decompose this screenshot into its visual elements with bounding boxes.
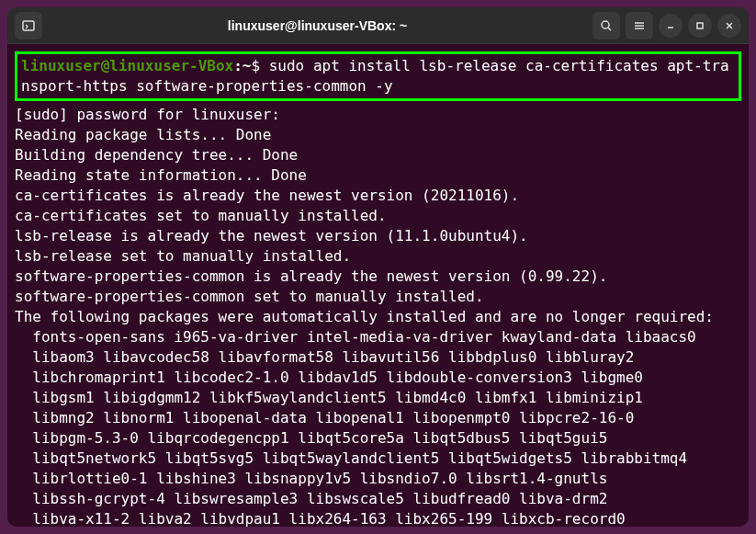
window-title: linuxuser@linuxuser-VBox: ~ — [48, 18, 587, 33]
titlebar: linuxuser@linuxuser-VBox: ~ — [7, 7, 749, 44]
output-line: Reading state information... Done — [15, 165, 741, 186]
new-tab-button[interactable] — [15, 12, 42, 40]
output-line: Building dependency tree... Done — [15, 145, 741, 165]
hamburger-icon — [633, 19, 646, 32]
output-lines: [sudo] password for linuxuser:Reading pa… — [15, 105, 741, 327]
package-line: libchromaprint1 libcodec2-1.0 libdav1d5 … — [15, 368, 741, 388]
package-line: libaom3 libavcodec58 libavformat58 libav… — [15, 347, 741, 368]
maximize-icon — [695, 21, 705, 30]
svg-rect-7 — [697, 23, 703, 28]
output-line: lsb-release set to manually installed. — [15, 246, 741, 267]
package-line: libqt5network5 libqt5svg5 libqt5waylandc… — [15, 449, 741, 469]
close-button[interactable] — [717, 14, 741, 38]
package-line: libpgm-5.3-0 libqrcodegencpp1 libqt5core… — [15, 428, 741, 449]
package-line: librlottie0-1 libshine3 libsnappy1v5 lib… — [15, 469, 741, 489]
prompt-symbol: $ — [251, 57, 268, 74]
close-icon — [725, 21, 734, 30]
command-highlight: linuxuser@linuxuser-VBox:~$ sudo apt ins… — [15, 51, 741, 101]
terminal-window: linuxuser@linuxuser-VBox: ~ — [7, 7, 749, 527]
prompt-path: :~ — [233, 57, 251, 74]
output-line: software-properties-common is already th… — [15, 267, 741, 287]
search-icon — [600, 19, 613, 32]
svg-line-2 — [608, 28, 611, 30]
maximize-button[interactable] — [688, 14, 712, 38]
terminal-body[interactable]: linuxuser@linuxuser-VBox:~$ sudo apt ins… — [7, 44, 749, 527]
prompt-user-host: linuxuser@linuxuser-VBox — [21, 57, 233, 74]
output-line: ca-certificates set to manually installe… — [15, 206, 741, 226]
minimize-icon — [666, 21, 675, 30]
output-line: Reading package lists... Done — [15, 125, 741, 145]
svg-point-1 — [602, 21, 609, 28]
output-line: software-properties-common set to manual… — [15, 287, 741, 307]
package-line: libgsm1 libigdgmm12 libkf5waylandclient5… — [15, 388, 741, 408]
search-button[interactable] — [592, 12, 620, 40]
package-line: libmng2 libnorm1 libopenal-data libopena… — [15, 408, 741, 428]
output-line: lsb-release is already the newest versio… — [15, 226, 741, 246]
output-line: The following packages were automaticall… — [15, 307, 741, 327]
package-line: libssh-gcrypt-4 libswresample3 libswscal… — [15, 489, 741, 509]
minimize-button[interactable] — [659, 14, 683, 38]
terminal-icon — [22, 19, 35, 32]
package-list: fonts-open-sans i965-va-driver intel-med… — [15, 327, 741, 527]
package-line: fonts-open-sans i965-va-driver intel-med… — [15, 327, 741, 347]
svg-rect-0 — [23, 21, 34, 30]
package-line: libva-x11-2 libva2 libvdpau1 libx264-163… — [15, 509, 741, 527]
output-line: [sudo] password for linuxuser: — [15, 105, 741, 125]
menu-button[interactable] — [626, 12, 653, 40]
output-line: ca-certificates is already the newest ve… — [15, 186, 741, 206]
